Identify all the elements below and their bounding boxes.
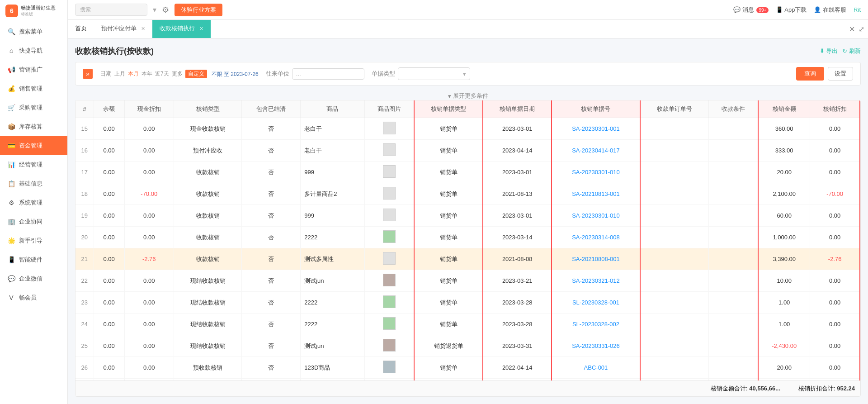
date-7days[interactable]: 近7天 — [155, 70, 169, 78]
verify-doc-no-link[interactable]: SA-20230301-010 — [572, 169, 620, 176]
td-receipt-condition — [708, 335, 758, 357]
td-verify-doc-no: SA-20230301-010 — [552, 205, 640, 227]
td-row-num: 17 — [75, 162, 94, 183]
export-btn[interactable]: ⬇ 导出 — [820, 47, 838, 55]
td-balance: 0.00 — [94, 292, 124, 314]
tab-verify-close[interactable]: ✕ — [199, 26, 203, 32]
sidebar-item-inventory[interactable]: 📦库存核算 — [0, 117, 67, 136]
verify-doc-no-link[interactable]: SL-20230328-002 — [572, 321, 619, 328]
tab-verify[interactable]: 收款核销执行 ✕ — [152, 20, 211, 38]
date-more[interactable]: 更多 — [172, 70, 183, 78]
date-this-month[interactable]: 本月 — [128, 70, 139, 78]
td-cash-discount: 0.00 — [124, 357, 174, 379]
topbar-dropdown-icon[interactable]: ▾ — [153, 5, 156, 14]
sidebar-item-basic[interactable]: 📋基础信息 — [0, 174, 67, 193]
sidebar-item-marketing[interactable]: 📢营销推广 — [0, 60, 67, 79]
verify-doc-no-link[interactable]: SA-20230301-001 — [572, 125, 620, 132]
verify-doc-no-link[interactable]: SA-20230331-026 — [572, 342, 620, 349]
verify-doc-no-link[interactable]: SL-20230328-001 — [572, 299, 619, 306]
table-scroll[interactable]: # 余额 现金折扣 核销类型 包含已结清 商品 商品图片 核销单据类型 核销单据… — [75, 100, 860, 380]
sidebar-item-purchase[interactable]: 🛒采购管理 — [0, 98, 67, 117]
topbar-msg[interactable]: 💬 消息 99+ — [733, 6, 769, 14]
td-verify-type: 现金收款核销 — [174, 118, 241, 140]
verify-doc-no-link[interactable]: SA-20230414-017 — [572, 147, 620, 154]
tab-home[interactable]: 首页 — [68, 20, 94, 38]
td-include-settled: 否 — [242, 118, 301, 140]
verify-doc-no-link[interactable]: SA-20230314-008 — [572, 234, 620, 241]
business-icon: 📊 — [7, 161, 15, 169]
sidebar-item-newbie[interactable]: 🌟新手引导 — [0, 231, 67, 250]
system-icon: ⚙ — [7, 199, 15, 207]
tab-prepaid-close[interactable]: ✕ — [141, 26, 145, 32]
topbar-settings-icon[interactable]: ⚙ — [162, 5, 169, 15]
filter-expand-btn[interactable]: » — [83, 69, 93, 79]
sidebar-item-system[interactable]: ⚙系统管理 — [0, 193, 67, 212]
sidebar-item-member[interactable]: V畅会员 — [0, 288, 67, 307]
verify-doc-no-link[interactable]: SA-20210808-001 — [572, 256, 620, 262]
hardware-icon: 📱 — [7, 256, 15, 264]
marketing-icon: 📢 — [7, 66, 15, 74]
collab-icon: 🏢 — [7, 218, 15, 226]
sidebar-item-label-business: 经营管理 — [19, 161, 42, 169]
doc-type-select[interactable]: ▾ — [398, 67, 470, 80]
sidebar-item-business[interactable]: 📊经营管理 — [0, 155, 67, 174]
topbar-user[interactable]: Rit — [854, 6, 861, 13]
td-verify-doc-date: 2022-04-14 — [483, 357, 552, 379]
data-table-container: # 余额 现金折扣 核销类型 包含已结清 商品 商品图片 核销单据类型 核销单据… — [75, 100, 861, 397]
date-custom[interactable]: 自定义 — [185, 70, 207, 78]
td-include-settled: 否 — [242, 357, 301, 379]
td-receipt-condition — [708, 118, 758, 140]
topbar-app[interactable]: 📱 App下载 — [776, 6, 807, 14]
verify-doc-no-link[interactable]: SA-20230321-012 — [572, 277, 620, 284]
sidebar-item-search[interactable]: 🔍搜索菜单 — [0, 22, 67, 41]
verify-doc-no-link[interactable]: SA-20230301-010 — [572, 212, 620, 219]
sidebar-item-sales[interactable]: 💰销售管理 — [0, 79, 67, 98]
table-row: 18 0.00 -70.00 收款核销 否 多计量商品2 销货单 2021-08… — [75, 183, 860, 205]
quicknav-icon: ⌂ — [7, 47, 15, 55]
sidebar-item-collab[interactable]: 🏢企业协同 — [0, 212, 67, 231]
td-goods: 123D商品 — [301, 357, 364, 379]
sidebar-item-label-inventory: 库存核算 — [19, 123, 42, 131]
td-verify-discount: 0.00 — [810, 227, 860, 248]
td-goods-img — [364, 270, 414, 292]
filter-right-btns: 查询 设置 — [796, 67, 853, 81]
sidebar-item-wechat[interactable]: 💬企业微信 — [0, 269, 67, 288]
td-goods-img — [364, 205, 414, 227]
td-goods-img — [364, 357, 414, 379]
refresh-btn[interactable]: ↻ 刷新 — [842, 47, 861, 55]
date-this-year[interactable]: 本年 — [142, 70, 152, 78]
verify-doc-no-link[interactable]: SA-20210813-001 — [572, 190, 620, 197]
td-receipt-order-no — [640, 183, 708, 205]
query-btn[interactable]: 查询 — [796, 67, 824, 81]
td-cash-discount: -70.00 — [124, 183, 174, 205]
td-verify-amount: 333.00 — [758, 140, 810, 162]
td-include-settled: 否 — [242, 248, 301, 270]
td-verify-doc-type: 销货单 — [414, 162, 483, 183]
sidebar-item-hardware[interactable]: 📱智能硬件 — [0, 250, 67, 269]
setting-btn[interactable]: 设置 — [828, 67, 853, 81]
td-verify-discount: -70.00 — [810, 183, 860, 205]
td-row-num: 23 — [75, 292, 94, 314]
tab-prepaid[interactable]: 预付冲应付单 ✕ — [94, 20, 152, 38]
sales-icon: 💰 — [7, 85, 15, 93]
tab-expand-icon[interactable]: ⤢ — [859, 25, 864, 33]
td-balance: 0.00 — [94, 162, 124, 183]
sidebar-item-capital[interactable]: 💳资金管理 — [0, 136, 67, 155]
industry-btn[interactable]: 休验行业方案 — [175, 4, 222, 16]
tab-close-window-icon[interactable]: ✕ — [849, 25, 855, 33]
sidebar-item-quicknav[interactable]: ⌂快捷导航 — [0, 41, 67, 60]
td-verify-type: 收款核销 — [174, 205, 241, 227]
date-last-month[interactable]: 上月 — [114, 70, 125, 78]
search-icon: 🔍 — [7, 28, 15, 36]
sidebar-item-label-system: 系统管理 — [19, 199, 42, 207]
expand-more-bar[interactable]: ▾ 展开更多条件 — [75, 92, 861, 100]
td-goods-img — [364, 248, 414, 270]
verify-doc-no-link[interactable]: ABC-001 — [584, 364, 608, 371]
td-goods-img — [364, 140, 414, 162]
td-verify-doc-date: 2023-03-01 — [483, 118, 552, 140]
table-row: 23 0.00 0.00 现结收款核销 否 2222 销货单 2023-03-2… — [75, 292, 860, 314]
from-unit-input[interactable]: ... — [292, 68, 364, 80]
topbar-service[interactable]: 👤 在线客服 — [814, 6, 846, 14]
th-verify-discount: 核销折扣 — [810, 100, 860, 118]
wechat-icon: 💬 — [7, 275, 15, 283]
